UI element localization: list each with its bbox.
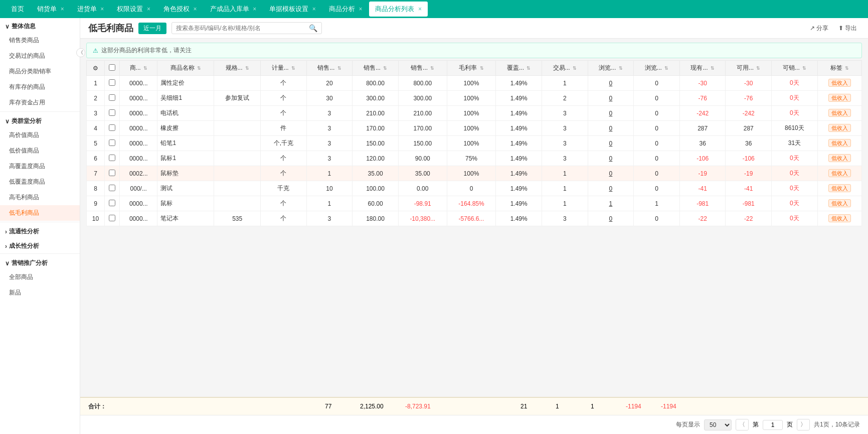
cell-code: 0000...: [120, 136, 157, 151]
col-header-tag[interactable]: 标签 ⇅: [817, 61, 861, 76]
sidebar-group-marketing[interactable]: ∨ 营销推广分析: [0, 255, 80, 269]
col-header-checkbox[interactable]: [105, 61, 120, 76]
cell-checkbox[interactable]: [105, 166, 120, 181]
nav-role-auth[interactable]: 角色授权 ×: [157, 2, 203, 17]
row-checkbox[interactable]: [109, 94, 115, 101]
row-checkbox[interactable]: [109, 200, 115, 206]
nav-product-analysis-list[interactable]: 商品分析列表 ×: [369, 2, 428, 17]
select-all-checkbox[interactable]: [109, 64, 115, 71]
nav-home[interactable]: 首页: [5, 2, 30, 17]
col-header-code[interactable]: 商... ⇅: [120, 61, 157, 76]
cell-browse1[interactable]: 0: [588, 121, 634, 136]
col-header-saleable[interactable]: 可销... ⇅: [772, 61, 818, 76]
sidebar-item-low-profit[interactable]: 低毛利商品: [0, 205, 80, 221]
sidebar-group-overall[interactable]: ∨ 整体信息: [0, 18, 80, 33]
col-header-unit[interactable]: 计量... ⇅: [260, 61, 306, 76]
row-checkbox[interactable]: [109, 215, 115, 221]
cell-browse1[interactable]: 0: [588, 106, 634, 121]
per-page-select[interactable]: 50 100 200: [704, 419, 732, 430]
tag-badge: 低收入: [828, 184, 851, 192]
cell-checkbox[interactable]: [105, 196, 120, 211]
cell-checkbox[interactable]: [105, 136, 120, 151]
cell-browse1[interactable]: 0: [588, 211, 634, 226]
cell-checkbox[interactable]: [105, 151, 120, 166]
notice-text: 这部分商品的利润非常低，请关注: [101, 46, 192, 55]
footer-sales-profit: -8,723.91: [405, 403, 445, 410]
cell-browse1[interactable]: 0: [588, 151, 634, 166]
sidebar-item-low-coverage[interactable]: 低覆盖度商品: [0, 174, 80, 190]
export-button[interactable]: ⬆ 导出: [835, 23, 860, 34]
table-row: 3 0000... 电话机 个 3 210.00 210.00 100% 1.4…: [87, 106, 862, 121]
search-input[interactable]: [176, 25, 309, 32]
cell-checkbox[interactable]: [105, 211, 120, 226]
col-header-gross-rate[interactable]: 毛利率 ⇅: [447, 61, 496, 76]
search-icon[interactable]: 🔍: [309, 24, 317, 32]
date-filter-button[interactable]: 近一月: [138, 23, 166, 34]
cell-browse1[interactable]: 0: [588, 76, 634, 91]
cell-name: 鼠标: [157, 196, 214, 211]
cell-browse1[interactable]: 0: [588, 181, 634, 196]
col-header-spec[interactable]: 规格... ⇅: [214, 61, 261, 76]
row-checkbox[interactable]: [109, 139, 115, 146]
cell-checkbox[interactable]: [105, 181, 120, 196]
col-header-sales-qty[interactable]: 销售... ⇅: [306, 61, 353, 76]
nav-product-entry[interactable]: 产成品入库单 ×: [204, 2, 263, 17]
cell-browse1[interactable]: 1: [588, 196, 634, 211]
row-checkbox[interactable]: [109, 155, 115, 161]
sidebar-collapse-button[interactable]: 《: [76, 48, 85, 57]
nav-product-analysis[interactable]: 商品分析 ×: [323, 2, 369, 17]
sidebar-item-category-rate[interactable]: 商品分类助销率: [0, 64, 80, 79]
sidebar-group-growth[interactable]: › 成长性分析: [0, 238, 80, 252]
cell-checkbox[interactable]: [105, 91, 120, 106]
row-checkbox[interactable]: [109, 124, 115, 131]
row-checkbox[interactable]: [109, 109, 115, 116]
cell-checkbox[interactable]: [105, 121, 120, 136]
col-header-name[interactable]: 商品名称 ⇅: [157, 61, 214, 76]
cell-browse1[interactable]: 0: [588, 166, 634, 181]
nav-sales-order[interactable]: 销货单 ×: [31, 2, 70, 17]
cell-unit: 个: [260, 106, 306, 121]
col-header-settings[interactable]: ⚙: [87, 61, 105, 76]
sidebar-item-new-products[interactable]: 新品: [0, 285, 80, 301]
page-number-input[interactable]: [763, 420, 783, 430]
prev-page-button[interactable]: 〈: [736, 419, 749, 430]
row-checkbox[interactable]: [109, 185, 115, 191]
col-header-available[interactable]: 可用... ⇅: [726, 61, 772, 76]
cell-tag: 低收入: [817, 76, 861, 91]
cell-browse1[interactable]: 0: [588, 91, 634, 106]
cell-settings: 10: [87, 211, 105, 226]
sidebar-item-sales-products[interactable]: 销售类商品: [0, 33, 80, 48]
nav-template-settings[interactable]: 单据模板设置 ×: [263, 2, 322, 17]
cell-sales-qty: 30: [306, 91, 353, 106]
sidebar-item-traded-products[interactable]: 交易过的商品: [0, 48, 80, 64]
share-button[interactable]: ↗ 分享: [807, 23, 831, 34]
cell-browse1[interactable]: 0: [588, 136, 634, 151]
col-header-coverage[interactable]: 覆盖... ⇅: [496, 61, 542, 76]
sidebar-item-all-products[interactable]: 全部商品: [0, 269, 80, 285]
sidebar-group-flow[interactable]: › 流通性分析: [0, 223, 80, 238]
col-header-current[interactable]: 现有... ⇅: [679, 61, 726, 76]
row-checkbox[interactable]: [109, 79, 115, 86]
cell-unit: 个: [260, 151, 306, 166]
col-header-sales-price[interactable]: 销售... ⇅: [353, 61, 399, 76]
nav-purchase-order[interactable]: 进货单 ×: [71, 2, 110, 17]
col-header-sales-profit[interactable]: 销售... ⇅: [398, 61, 447, 76]
cell-checkbox[interactable]: [105, 106, 120, 121]
sidebar-group-cluster[interactable]: ∨ 类群堂分析: [0, 113, 80, 127]
sidebar-item-high-value[interactable]: 高价值商品: [0, 127, 80, 143]
cell-spec: [214, 151, 261, 166]
col-header-transaction[interactable]: 交易... ⇅: [542, 61, 588, 76]
sidebar-item-high-coverage[interactable]: 高覆盖度商品: [0, 159, 80, 174]
sidebar-item-low-value[interactable]: 低价值商品: [0, 143, 80, 159]
row-checkbox[interactable]: [109, 170, 115, 176]
chevron-right-icon: ›: [5, 228, 7, 235]
next-page-button[interactable]: 〉: [797, 419, 810, 430]
nav-permission[interactable]: 权限设置 ×: [111, 2, 156, 17]
col-header-browse2[interactable]: 浏览... ⇅: [634, 61, 680, 76]
cell-sales-qty: 3: [306, 106, 353, 121]
sidebar-item-stock-products[interactable]: 有库存的商品: [0, 79, 80, 95]
cell-checkbox[interactable]: [105, 76, 120, 91]
col-header-browse1[interactable]: 浏览... ⇅: [588, 61, 634, 76]
sidebar-item-stock-capital[interactable]: 库存资金占用: [0, 95, 80, 110]
sidebar-item-high-profit[interactable]: 高毛利商品: [0, 190, 80, 205]
